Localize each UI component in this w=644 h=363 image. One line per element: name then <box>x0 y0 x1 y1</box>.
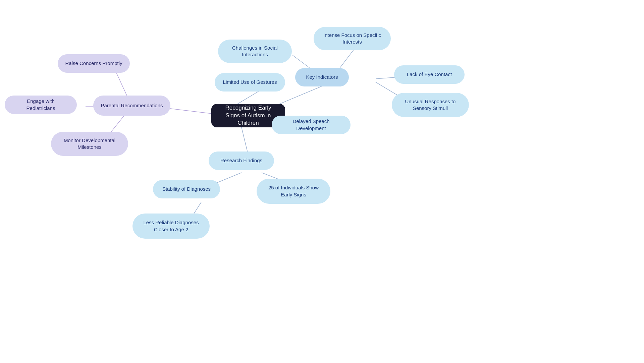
key-indicators-node: Key Indicators <box>295 68 349 86</box>
monitor-milestones-label: Monitor Developmental Milestones <box>58 137 121 151</box>
less-reliable-label: Less Reliable Diagnoses Closer to Age 2 <box>140 219 202 233</box>
stability-diagnoses-label: Stability of Diagnoses <box>162 186 211 192</box>
individuals-early-signs-label: 25 of Individuals Show Early Signs <box>264 184 323 198</box>
intense-focus-node: Intense Focus on Specific Interests <box>314 27 391 50</box>
delayed-speech-node: Delayed Speech Development <box>272 116 351 134</box>
svg-line-12 <box>215 173 241 184</box>
lack-eye-contact-label: Lack of Eye Contact <box>407 71 452 78</box>
challenges-social-node: Challenges in Social Interactions <box>218 40 292 63</box>
research-findings-node: Research Findings <box>209 152 274 170</box>
parental-recommendations-node: Parental Recommendations <box>93 96 170 116</box>
delayed-speech-label: Delayed Speech Development <box>279 118 343 132</box>
intense-focus-label: Intense Focus on Specific Interests <box>321 32 383 46</box>
challenges-social-label: Challenges in Social Interactions <box>225 45 284 58</box>
raise-concerns-node: Raise Concerns Promptly <box>58 54 130 73</box>
limited-gestures-label: Limited Use of Gestures <box>223 79 277 85</box>
raise-concerns-label: Raise Concerns Promptly <box>65 60 122 67</box>
engage-pediatricians-label: Engage with Pediatricians <box>12 98 69 112</box>
individuals-early-signs-node: 25 of Individuals Show Early Signs <box>257 179 330 204</box>
unusual-responses-node: Unusual Responses to Sensory Stimuli <box>392 93 469 117</box>
parental-recommendations-label: Parental Recommendations <box>101 102 163 109</box>
key-indicators-label: Key Indicators <box>306 74 338 80</box>
monitor-milestones-node: Monitor Developmental Milestones <box>51 132 128 156</box>
research-findings-label: Research Findings <box>220 157 262 164</box>
engage-pediatricians-node: Engage with Pediatricians <box>5 96 77 114</box>
stability-diagnoses-node: Stability of Diagnoses <box>153 180 220 198</box>
svg-line-11 <box>241 127 248 155</box>
center-label: Recognizing Early Signs of Autism in Chi… <box>219 104 278 127</box>
limited-gestures-node: Limited Use of Gestures <box>215 73 285 92</box>
less-reliable-node: Less Reliable Diagnoses Closer to Age 2 <box>132 214 210 239</box>
lack-eye-contact-node: Lack of Eye Contact <box>394 65 465 84</box>
unusual-responses-label: Unusual Responses to Sensory Stimuli <box>399 98 462 112</box>
